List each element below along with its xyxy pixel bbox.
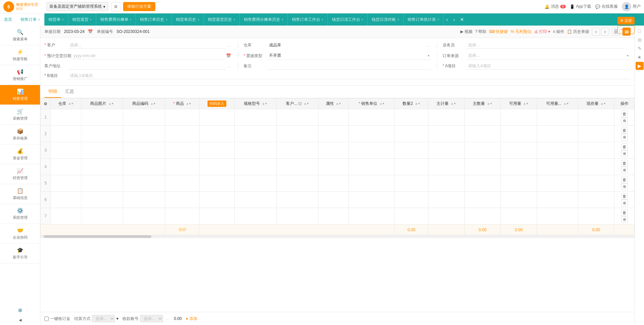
- nav-tabs-more[interactable]: ‹: [444, 17, 451, 22]
- tab-sales-return[interactable]: 销货退货 ×: [68, 13, 96, 26]
- video-action[interactable]: ▶ 视频: [460, 29, 472, 35]
- delete-row-btn[interactable]: 🗑: [621, 193, 628, 200]
- tab-order-workbench[interactable]: 销售订单工作台 ×: [288, 13, 328, 26]
- tab-close-icon[interactable]: ×: [397, 18, 399, 22]
- delivery-date-input[interactable]: [71, 52, 225, 59]
- right-panel-icon-4[interactable]: ★: [636, 53, 644, 61]
- copy-row-btn[interactable]: ⊕: [621, 134, 628, 140]
- app-download-item[interactable]: 📱 App下载: [570, 4, 591, 9]
- remarks-input[interactable]: [267, 63, 431, 70]
- tab-close-icon[interactable]: ×: [165, 18, 167, 22]
- sidebar-collapse[interactable]: ◀: [0, 315, 40, 325]
- tab-daily-clear[interactable]: 钱货日清工作台 ×: [328, 13, 368, 26]
- delete-row-btn[interactable]: 🗑: [621, 176, 628, 183]
- history-action[interactable]: 📋 历史单据: [567, 29, 589, 35]
- cell-product-code[interactable]: [123, 109, 165, 126]
- sidebar-item-inventory[interactable]: 📦 库存核算: [0, 125, 40, 145]
- tab-close-icon[interactable]: ×: [197, 18, 199, 22]
- payment-method-select[interactable]: 选择...: [92, 315, 115, 322]
- sidebar-item-guide[interactable]: 🎓 新手引导: [0, 244, 40, 263]
- copy-row-btn[interactable]: ⊕: [621, 200, 628, 206]
- tab-close-icon[interactable]: ×: [130, 18, 132, 22]
- scrollbar-thumb[interactable]: [44, 235, 151, 238]
- online-service-item[interactable]: 💬 在线客服: [595, 4, 618, 9]
- sidebar-item-basic[interactable]: 📋 基础信息: [0, 184, 40, 204]
- right-panel-icon-3[interactable]: ✎: [636, 44, 644, 52]
- help-action[interactable]: ? 帮助: [475, 29, 487, 35]
- tab-close-icon[interactable]: ×: [362, 18, 364, 22]
- tab-order-statistics[interactable]: 销售订单统计表 ×: [404, 13, 444, 26]
- sidebar-item-sales[interactable]: 📊 销售管理: [0, 85, 40, 105]
- col-header-settings[interactable]: ⚙: [41, 98, 51, 109]
- cell-avail-qty2[interactable]: [537, 109, 578, 126]
- address-expand-icon[interactable]: …: [226, 64, 232, 69]
- copy-row-btn[interactable]: ⊕: [621, 150, 628, 157]
- tab-sales-slip-history[interactable]: 销货单历史 ×: [172, 13, 204, 26]
- salesperson-input[interactable]: [466, 42, 624, 49]
- scan-button[interactable]: 扫码录入: [207, 100, 226, 107]
- tab-home[interactable]: 首页: [0, 13, 16, 26]
- user-item[interactable]: 👤 用户: [622, 2, 641, 11]
- copy-row-btn[interactable]: ⊕: [621, 117, 628, 124]
- tab-close-icon[interactable]: ×: [437, 18, 439, 22]
- logistics-btn[interactable]: + 物流: [617, 26, 635, 34]
- warehouse-expand-icon[interactable]: …: [425, 43, 431, 48]
- cell-main-qty[interactable]: [464, 109, 501, 126]
- tab-sales-order[interactable]: 销售订单 ×: [16, 13, 44, 26]
- calendar2-icon[interactable]: 📅: [225, 53, 232, 58]
- cell-warehouse[interactable]: [51, 109, 81, 126]
- tab-summary[interactable]: 汇总: [61, 86, 78, 98]
- delete-row-btn[interactable]: 🗑: [621, 111, 628, 117]
- nav-tabs-next[interactable]: ›: [451, 17, 458, 22]
- cell-avail-qty[interactable]: [501, 109, 537, 126]
- customer-address-input[interactable]: [68, 63, 226, 70]
- notification-item[interactable]: 🔔 消息 9: [544, 4, 566, 9]
- order-source-select[interactable]: 选择... ▾: [466, 52, 631, 60]
- customer-input[interactable]: [68, 42, 226, 49]
- operation-action[interactable]: ≡ 操作: [553, 29, 564, 35]
- sidebar-item-purchase[interactable]: 🛒 采购管理: [0, 105, 40, 125]
- tab-sales-slip[interactable]: 销货单 ×: [44, 13, 68, 26]
- add-button[interactable]: ● 添加: [186, 316, 197, 322]
- tab-sales-expense[interactable]: 销售费用分摊单 ×: [96, 13, 136, 26]
- prev-btn[interactable]: ‹: [592, 28, 600, 36]
- delete-row-btn[interactable]: 🗑: [621, 160, 628, 167]
- sidebar-item-quick-nav[interactable]: ⚡ 快捷导航: [0, 45, 40, 65]
- shortcut-action[interactable]: ⌨ 快捷键: [489, 29, 508, 35]
- tab-daily-reconcile[interactable]: 钱货日清对账 ×: [368, 13, 404, 26]
- expand-icon[interactable]: …: [164, 316, 170, 321]
- sidebar-item-system[interactable]: ⚙️ 系统管理: [0, 204, 40, 224]
- a-project-input[interactable]: [466, 63, 631, 70]
- print-action[interactable]: 🖨 打印 ▾: [534, 29, 550, 35]
- tab-close-icon[interactable]: ×: [62, 18, 64, 22]
- b-project-input[interactable]: [68, 72, 631, 79]
- delete-row-btn[interactable]: 🗑: [621, 127, 628, 134]
- tab-detail[interactable]: 明细: [44, 86, 61, 98]
- sidebar-settings[interactable]: ⚙️: [0, 306, 40, 315]
- cell-customer[interactable]: [276, 109, 318, 126]
- right-panel-icon-5[interactable]: ▶: [636, 62, 644, 70]
- sidebar-item-enterprise[interactable]: 🤝 企业协同: [0, 224, 40, 244]
- tab-sales-order-history[interactable]: 销售订单历史 ×: [136, 13, 172, 26]
- right-panel-icon-1[interactable]: □: [636, 27, 644, 35]
- sidebar-item-search[interactable]: 🔍 搜索菜单: [0, 26, 40, 45]
- cell-current-qty[interactable]: [578, 109, 614, 126]
- calendar-icon[interactable]: 📅: [88, 29, 93, 34]
- customer-expand-icon[interactable]: …: [226, 43, 232, 48]
- tab-expense-history[interactable]: 销售费用分摊单历史 ×: [240, 13, 288, 26]
- profit-action[interactable]: % 毛利预估: [510, 29, 531, 35]
- tab-return-history[interactable]: 销货退货历史 ×: [204, 13, 240, 26]
- cell-unit[interactable]: [349, 109, 394, 126]
- tab-close-icon[interactable]: ×: [233, 18, 235, 22]
- one-click-checkbox[interactable]: [44, 317, 49, 321]
- delete-row-btn[interactable]: 🗑: [621, 144, 628, 150]
- sidebar-item-marketing[interactable]: 📢 营销推广: [0, 65, 40, 85]
- delete-row-btn[interactable]: 🗑: [621, 209, 628, 216]
- receipt-account-select[interactable]: 选择...: [140, 315, 163, 322]
- scrollbar-track[interactable]: [40, 235, 635, 238]
- copy-row-btn[interactable]: ⊕: [621, 183, 628, 190]
- copy-row-btn[interactable]: ⊕: [621, 167, 628, 173]
- next-btn[interactable]: ›: [601, 28, 609, 36]
- settings-button[interactable]: ⚙: [111, 2, 120, 11]
- tab-close-icon[interactable]: ×: [38, 18, 40, 22]
